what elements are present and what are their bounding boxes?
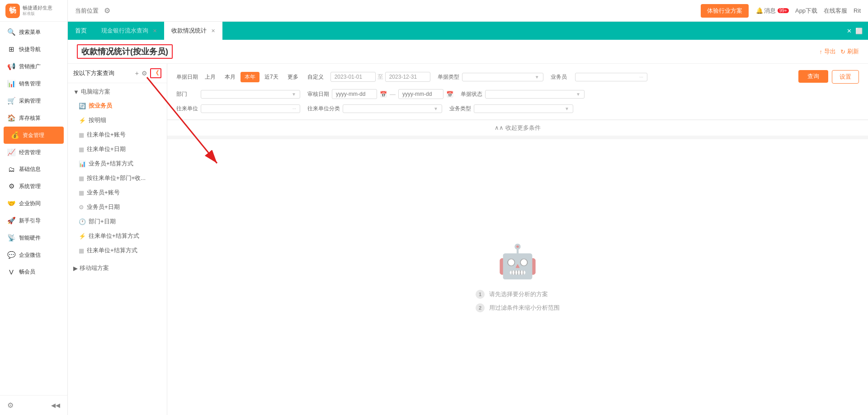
sidebar-item-finance[interactable]: 💰 资金管理 xyxy=(4,127,64,144)
tree-item-salesperson[interactable]: 🔄 按业务员 xyxy=(68,99,167,113)
sidebar-label-marketing: 营销推广 xyxy=(19,63,41,71)
tree-item-detail[interactable]: ⚡ 按明细 xyxy=(68,113,167,127)
tree-item-label-3: 往来单位+日期 xyxy=(87,145,126,153)
tree-item-icon-8: 🕐 xyxy=(79,218,86,225)
review-date-to-cal-icon[interactable]: 📅 xyxy=(446,91,453,98)
tree-group-mobile-arrow: ▶ xyxy=(73,265,78,272)
tree-item-salesperson-date[interactable]: ⚙ 业务员+日期 xyxy=(68,200,167,214)
tree-item-icon-0: 🔄 xyxy=(79,103,86,109)
dept-select[interactable]: ▼ xyxy=(201,90,300,99)
tree-group-desktop[interactable]: ▼ 电脑端方案 xyxy=(68,85,167,99)
sidebar-item-wechat[interactable]: 💬 企业微信 xyxy=(0,246,67,264)
online-service[interactable]: 在线客服 xyxy=(824,7,847,15)
app-download[interactable]: App下载 xyxy=(795,7,817,15)
export-button[interactable]: ↑ 导出 xyxy=(820,47,836,56)
hardware-icon: 📡 xyxy=(7,234,15,242)
business-type-label: 业务类型 xyxy=(449,105,471,113)
tree-item-partner-date[interactable]: ▦ 往来单位+日期 xyxy=(68,142,167,156)
date-tab-this-year[interactable]: 本年 xyxy=(241,72,259,82)
trial-button[interactable]: 体验行业方案 xyxy=(701,4,749,18)
empty-step-2: 2 用过滤条件来缩小分析范围 xyxy=(476,303,560,312)
tab-collection-close[interactable]: ✕ xyxy=(211,28,215,34)
tree-item-salesperson-account[interactable]: ▦ 业务员+账号 xyxy=(68,185,167,200)
step-text-2: 用过滤条件来缩小分析范围 xyxy=(489,304,560,312)
sidebar-collapse-icon[interactable]: ◀◀ xyxy=(51,402,60,409)
tab-bank-close[interactable]: ✕ xyxy=(153,28,157,34)
review-date-from[interactable] xyxy=(332,89,377,99)
docstatus-select[interactable]: ▼ xyxy=(485,90,585,99)
refresh-button[interactable]: ↻ 刷新 xyxy=(840,47,859,56)
sidebar-item-quicknav[interactable]: ⊞ 快捷导航 xyxy=(0,41,67,58)
tree-group-mobile[interactable]: ▶ 移动端方案 xyxy=(68,261,167,275)
user-name[interactable]: Rit xyxy=(854,7,861,14)
topbar-settings-icon[interactable]: ⚙ xyxy=(104,6,110,15)
tree-item-label-9: 往来单位+结算方式 xyxy=(89,232,139,240)
date-tab-7days[interactable]: 近7天 xyxy=(260,72,283,82)
sidebar-item-sales[interactable]: 📊 销售管理 xyxy=(0,75,67,92)
panel-settings-icon[interactable]: ⚙ xyxy=(142,70,147,77)
counterpart-category-label: 往来单位分类 xyxy=(307,105,340,113)
settings-button[interactable]: 设置 xyxy=(832,70,859,84)
filter-field-doctype: 单据类型 ▼ xyxy=(438,73,543,81)
filter-area: 单据日期 上月 本月 本年 近7天 更多 自定义 至 xyxy=(167,64,868,120)
tree-item-partner-settle2[interactable]: ▦ 往来单位+结算方式 xyxy=(68,243,167,258)
window-close-icon[interactable]: ✕ xyxy=(847,28,852,34)
dept-label: 部门 xyxy=(176,90,198,98)
sidebar-settings-icon[interactable]: ⚙ xyxy=(7,401,14,410)
empty-robot-icon: 🤖 xyxy=(497,242,538,281)
counterpart-more-icon[interactable]: ··· xyxy=(292,106,296,111)
salesperson-select[interactable]: ··· xyxy=(575,73,647,81)
tab-bank[interactable]: 现金银行流水查询 ✕ xyxy=(94,22,164,40)
breadcrumb-text: 当前位置 xyxy=(75,7,99,15)
review-date-to[interactable] xyxy=(398,89,443,99)
basicinfo-icon: 🗂 xyxy=(7,165,15,173)
query-button[interactable]: 查询 xyxy=(798,70,828,83)
collapse-button[interactable]: ∧∧ 收起更多条件 xyxy=(167,120,868,136)
export-icon: ↑ xyxy=(820,48,823,55)
date-to-input[interactable] xyxy=(385,72,430,82)
tree-item-dept-date[interactable]: 🕐 部门+日期 xyxy=(68,214,167,229)
tab-collection[interactable]: 收款情况统计 ✕ xyxy=(164,22,222,40)
collapse-label: 收起更多条件 xyxy=(505,124,541,131)
left-panel: 按以下方案查询 + ⚙ 《 ▼ 电脑端方案 🔄 按业务员 xyxy=(68,64,167,415)
sales-icon: 📊 xyxy=(7,80,15,88)
sidebar-item-hardware[interactable]: 📡 智能硬件 xyxy=(0,229,67,246)
notification-group[interactable]: 🔔 消息 99+ xyxy=(756,7,789,15)
business-type-select[interactable]: ▼ xyxy=(474,104,573,113)
counterpart-category-select[interactable]: ▼ xyxy=(343,104,442,113)
sidebar-item-search[interactable]: 🔍 搜索菜单 xyxy=(0,24,67,41)
sidebar-item-operation[interactable]: 📈 经营管理 xyxy=(0,144,67,161)
sidebar-item-inventory[interactable]: 🏠 库存核算 xyxy=(0,109,67,127)
notification-badge: 99+ xyxy=(778,8,789,13)
sidebar-item-marketing[interactable]: 📢 营销推广 xyxy=(0,58,67,75)
counterpart-select[interactable]: ··· xyxy=(201,104,300,113)
tree-item-label-6: 业务员+账号 xyxy=(87,189,120,197)
review-date-cal-icon[interactable]: 📅 xyxy=(380,91,387,98)
panel-collapse-icon[interactable]: 《 xyxy=(150,68,161,78)
sidebar-item-basicinfo[interactable]: 🗂 基础信息 xyxy=(0,161,67,178)
date-tab-custom[interactable]: 自定义 xyxy=(303,72,328,82)
date-tab-this-month[interactable]: 本月 xyxy=(221,72,240,82)
sidebar-item-member[interactable]: V 畅会员 xyxy=(0,264,67,280)
tab-home[interactable]: 首页 xyxy=(68,22,94,40)
tree-item-partner-settle1[interactable]: ⚡ 往来单位+结算方式 xyxy=(68,229,167,243)
tree-item-salesperson-settle[interactable]: 📊 业务员+结算方式 xyxy=(68,156,167,171)
window-maximize-icon[interactable]: ⬜ xyxy=(855,28,863,34)
panel-add-icon[interactable]: + xyxy=(135,70,139,77)
tree-item-partner-dept[interactable]: ▦ 按往来单位+部门+收... xyxy=(68,171,167,185)
date-from-input[interactable] xyxy=(330,72,376,82)
tree-item-partner-account[interactable]: ▦ 往来单位+账号 xyxy=(68,127,167,142)
quicknav-icon: ⊞ xyxy=(7,45,15,53)
date-tab-more[interactable]: 更多 xyxy=(283,72,302,82)
filter-field-dept: 部门 ▼ xyxy=(176,90,300,99)
sidebar-item-system[interactable]: ⚙ 系统管理 xyxy=(0,178,67,195)
doctype-select[interactable]: ▼ xyxy=(462,73,543,81)
empty-step-1: 1 请先选择要分析的方案 xyxy=(476,290,560,299)
tabbar: 首页 现金银行流水查询 ✕ 收款情况统计 ✕ ✕ ⬜ xyxy=(68,22,868,40)
date-tab-last-month[interactable]: 上月 xyxy=(201,72,220,82)
sidebar-item-guide[interactable]: 🚀 新手引导 xyxy=(0,212,67,229)
filter-row-1: 单据日期 上月 本月 本年 近7天 更多 自定义 至 xyxy=(176,70,859,84)
sidebar-item-purchase[interactable]: 🛒 采购管理 xyxy=(0,92,67,109)
sidebar-item-enterprise[interactable]: 🤝 企业协同 xyxy=(0,195,67,212)
date-range: 至 xyxy=(330,72,430,82)
